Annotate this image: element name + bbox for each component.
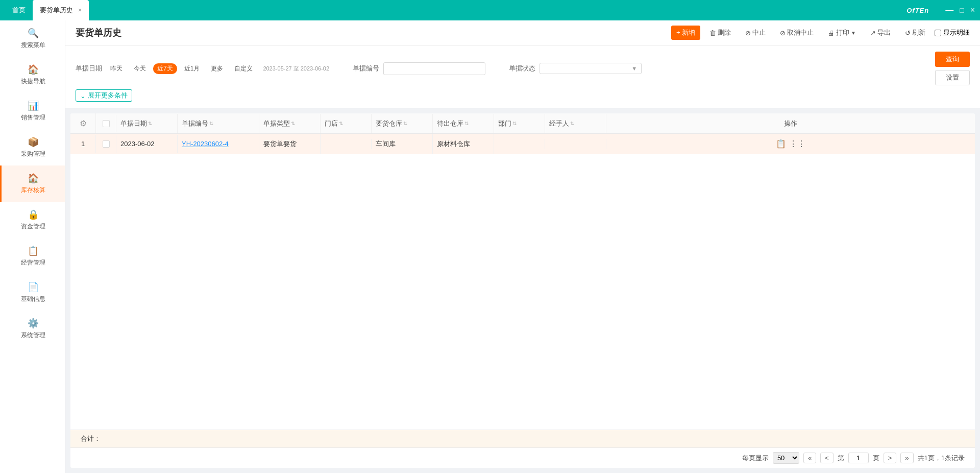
add-button[interactable]: + 新增: [671, 26, 700, 40]
prev-page-btn[interactable]: <: [820, 453, 834, 463]
more-icon[interactable]: ⋮⋮: [789, 139, 805, 149]
sidebar-item-sales[interactable]: 📊 销售管理: [0, 93, 65, 129]
sidebar-item-management[interactable]: 📋 经营管理: [0, 238, 65, 274]
sort-handler-icon[interactable]: ⇅: [570, 121, 574, 126]
export-button[interactable]: ↗ 导出: [865, 26, 896, 40]
doc-number-label: 单据编号: [353, 64, 379, 73]
cell-handler: [545, 139, 606, 149]
home-tab-label: 首页: [12, 6, 26, 15]
query-button[interactable]: 查询: [935, 52, 970, 67]
cell-checkbox[interactable]: [96, 135, 116, 153]
show-detail-toggle[interactable]: 显示明细: [935, 28, 970, 37]
show-detail-checkbox[interactable]: [935, 30, 941, 36]
minimize-btn[interactable]: —: [945, 6, 953, 15]
settings-button[interactable]: 设置: [935, 70, 970, 85]
sidebar-item-basic[interactable]: 📄 基础信息: [0, 274, 65, 311]
header-date-label: 单据日期: [120, 119, 147, 128]
doc-status-select[interactable]: ▼: [540, 63, 642, 74]
header-pending-label: 待出仓库: [437, 119, 463, 128]
sort-store-icon[interactable]: ⇅: [339, 121, 343, 126]
first-page-btn[interactable]: «: [803, 453, 816, 463]
main-layout: 🔍 搜索菜单 🏠 快捷导航 📊 销售管理 📦 采购管理 🏠 库存核算 🔒 资金管…: [0, 20, 980, 473]
inventory-icon: 🏠: [28, 173, 39, 184]
sort-pending-icon[interactable]: ⇅: [464, 121, 469, 126]
sort-number-icon[interactable]: ⇅: [209, 121, 213, 126]
header-number-label: 单据编号: [182, 119, 208, 128]
expand-more-btn[interactable]: ⌄ 展开更多条件: [76, 89, 132, 102]
sidebar-item-label: 资金管理: [21, 222, 45, 231]
doc-status-filter-group: 单据状态 ▼: [509, 63, 642, 74]
date-filter-label: 单据日期: [76, 64, 102, 73]
shortcut-7days[interactable]: 近7天: [153, 63, 177, 74]
sidebar-item-search[interactable]: 🔍 搜索菜单: [0, 20, 65, 57]
page-size-select[interactable]: 50 20 100: [773, 452, 799, 464]
shortcut-yesterday[interactable]: 昨天: [106, 63, 127, 74]
table-row: 1 2023-06-02 YH-20230602-4 要货单要货: [70, 134, 975, 154]
doc-status-label: 单据状态: [509, 64, 535, 73]
page-header: 要货单历史 + 新增 🗑 删除 ⊘ 中止 ⊘ 取消中止 🖨 打印: [65, 20, 980, 45]
header-checkbox[interactable]: [96, 115, 116, 132]
delete-label: 删除: [718, 28, 731, 37]
sidebar-item-nav[interactable]: 🏠 快捷导航: [0, 57, 65, 93]
row-number-link[interactable]: YH-20230602-4: [182, 140, 229, 148]
print-icon: 🖨: [828, 29, 835, 37]
cancel-stop-button[interactable]: ⊘ 取消中止: [775, 26, 819, 40]
cell-date: 2023-06-02: [116, 135, 178, 153]
cancel-stop-icon: ⊘: [780, 29, 786, 37]
page-suffix: 页: [873, 454, 879, 463]
sidebar-item-finance[interactable]: 🔒 资金管理: [0, 202, 65, 238]
sort-date-icon[interactable]: ⇅: [148, 121, 152, 126]
cell-type: 要货单要货: [259, 134, 321, 154]
sidebar-item-label: 基础信息: [21, 295, 45, 303]
edit-icon[interactable]: 📋: [776, 139, 786, 149]
export-icon: ↗: [870, 29, 876, 37]
home-tab[interactable]: 首页: [5, 0, 33, 20]
stop-button[interactable]: ⊘ 中止: [740, 26, 771, 40]
shortcut-more[interactable]: 更多: [207, 63, 227, 74]
shortcut-today[interactable]: 今天: [130, 63, 150, 74]
header-number: 单据编号 ⇅: [178, 114, 259, 133]
header-dept-label: 部门: [498, 119, 511, 128]
print-button[interactable]: 🖨 打印 ▼: [823, 26, 861, 40]
doc-number-input[interactable]: [383, 62, 485, 75]
cell-number: YH-20230602-4: [178, 135, 259, 153]
basic-icon: 📄: [28, 281, 39, 293]
row-checkbox[interactable]: [103, 140, 110, 148]
cell-pending: 原材料仓库: [433, 134, 494, 154]
refresh-label: 刷新: [912, 28, 925, 37]
management-icon: 📋: [28, 245, 39, 256]
header-store-label: 门店: [325, 119, 338, 128]
sort-type-icon[interactable]: ⇅: [291, 121, 295, 126]
table-spacer: [70, 154, 975, 430]
doc-number-filter-group: 单据编号: [353, 62, 485, 75]
sidebar-item-system[interactable]: ⚙️ 系统管理: [0, 311, 65, 347]
refresh-button[interactable]: ↺ 刷新: [900, 26, 930, 40]
active-tab[interactable]: 要货单历史 ×: [33, 0, 89, 20]
chevron-down-icon: ▼: [631, 65, 637, 72]
date-shortcuts: 昨天 今天 近7天 近1月 更多 自定义: [106, 63, 257, 74]
sidebar-item-purchase[interactable]: 📦 采购管理: [0, 129, 65, 165]
delete-button[interactable]: 🗑 删除: [704, 26, 736, 40]
tab-close-icon[interactable]: ×: [78, 7, 82, 14]
header-gear[interactable]: ⚙: [70, 113, 96, 133]
page-input[interactable]: [848, 453, 869, 463]
page-title: 要货单历史: [76, 27, 121, 39]
brand-logo: OfTEn: [906, 7, 929, 14]
pagination-bar: 每页显示 50 20 100 « < 第 页 > » 共1页，1条记录: [70, 447, 975, 468]
show-detail-label: 显示明细: [943, 28, 970, 37]
maximize-btn[interactable]: □: [960, 6, 964, 14]
shortcut-1month[interactable]: 近1月: [180, 63, 204, 74]
select-all-checkbox[interactable]: [103, 120, 110, 127]
sidebar-item-inventory[interactable]: 🏠 库存核算: [0, 165, 65, 202]
sidebar-item-label: 销售管理: [21, 113, 45, 122]
cell-dept: [494, 139, 545, 149]
expand-label: 展开更多条件: [88, 91, 128, 100]
sort-warehouse-icon[interactable]: ⇅: [403, 121, 407, 126]
gear-icon[interactable]: ⚙: [80, 119, 87, 128]
sort-dept-icon[interactable]: ⇅: [512, 121, 517, 126]
close-window-btn[interactable]: ×: [970, 6, 975, 15]
sidebar-item-label: 经营管理: [21, 258, 45, 267]
shortcut-custom[interactable]: 自定义: [230, 63, 257, 74]
last-page-btn[interactable]: »: [900, 453, 913, 463]
next-page-btn[interactable]: >: [884, 453, 897, 463]
